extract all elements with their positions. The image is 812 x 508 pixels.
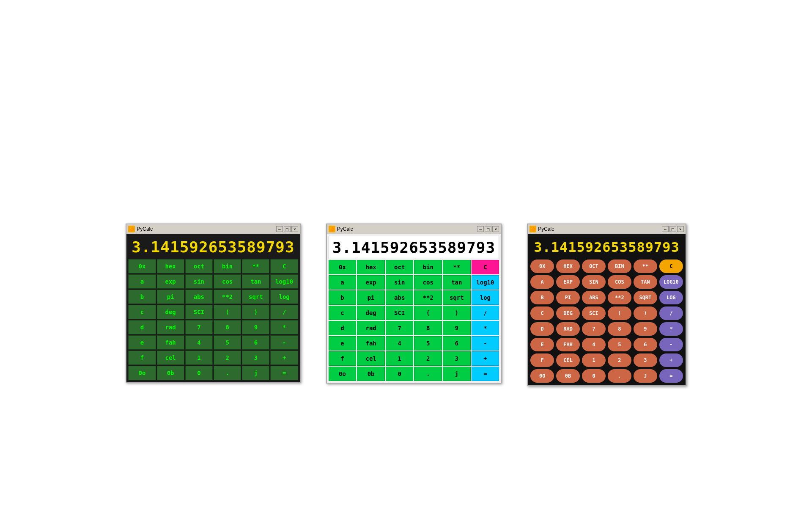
btn1-7[interactable]: 7 bbox=[185, 320, 213, 334]
btn1-0x[interactable]: 0x bbox=[128, 259, 156, 273]
btn3-_[interactable]: = bbox=[659, 369, 683, 383]
btn2-c[interactable]: c bbox=[329, 306, 357, 320]
btn1-_[interactable]: = bbox=[270, 366, 298, 380]
btn3-exp[interactable]: EXP bbox=[556, 275, 580, 289]
close-button-3[interactable]: × bbox=[677, 226, 684, 232]
btn1-b[interactable]: b bbox=[128, 290, 156, 304]
btn1-log[interactable]: log bbox=[270, 290, 298, 304]
btn2-3[interactable]: 3 bbox=[443, 351, 471, 366]
btn1-a[interactable]: a bbox=[128, 274, 156, 289]
btn2-_[interactable]: ) bbox=[443, 306, 471, 320]
btn3-C[interactable]: C bbox=[659, 260, 683, 273]
btn1-rad[interactable]: rad bbox=[157, 320, 184, 334]
btn2-__2[interactable]: **2 bbox=[414, 290, 442, 305]
btn3-log[interactable]: LOG bbox=[659, 291, 683, 304]
btn1-f[interactable]: f bbox=[128, 351, 156, 365]
btn2-log[interactable]: log bbox=[472, 290, 499, 305]
btn3-sin[interactable]: SIN bbox=[582, 275, 606, 289]
btn3-_[interactable]: * bbox=[659, 322, 683, 336]
btn1-_[interactable]: ( bbox=[214, 305, 241, 319]
btn1-_[interactable]: + bbox=[270, 351, 298, 365]
minimize-button-2[interactable]: – bbox=[477, 226, 484, 232]
btn1-0[interactable]: 0 bbox=[185, 366, 213, 380]
btn2-5[interactable]: 5 bbox=[414, 336, 442, 351]
btn1-SCI[interactable]: SCI bbox=[185, 305, 213, 319]
btn3-__2[interactable]: **2 bbox=[608, 291, 631, 304]
btn2-sqrt[interactable]: sqrt bbox=[443, 290, 471, 305]
btn2-tan[interactable]: tan bbox=[443, 275, 471, 290]
btn3-4[interactable]: 4 bbox=[582, 338, 606, 351]
btn3-f[interactable]: F bbox=[530, 353, 554, 367]
btn2-2[interactable]: 2 bbox=[414, 351, 442, 366]
btn2-0x[interactable]: 0x bbox=[329, 260, 357, 274]
btn1-c[interactable]: c bbox=[128, 305, 156, 319]
btn1-_[interactable]: . bbox=[214, 366, 241, 380]
btn3-b[interactable]: B bbox=[530, 291, 554, 304]
close-button-1[interactable]: × bbox=[291, 226, 298, 232]
btn3-tan[interactable]: TAN bbox=[634, 275, 657, 289]
btn3-3[interactable]: 3 bbox=[634, 353, 657, 367]
btn3-pi[interactable]: PI bbox=[556, 291, 580, 304]
btn2-fah[interactable]: fah bbox=[357, 336, 385, 351]
btn1-8[interactable]: 8 bbox=[214, 320, 241, 334]
btn3-d[interactable]: D bbox=[530, 322, 554, 336]
btn1-fah[interactable]: fah bbox=[157, 335, 184, 350]
minimize-button-1[interactable]: – bbox=[276, 226, 283, 232]
btn2-d[interactable]: d bbox=[329, 321, 357, 335]
btn2-exp[interactable]: exp bbox=[357, 275, 385, 290]
btn3-log10[interactable]: LOG10 bbox=[659, 275, 683, 289]
btn1-bin[interactable]: bin bbox=[214, 259, 241, 273]
btn3-0b[interactable]: 0B bbox=[556, 369, 580, 383]
btn2-a[interactable]: a bbox=[329, 275, 357, 290]
btn3-SCI[interactable]: SCI bbox=[582, 306, 606, 320]
btn1-1[interactable]: 1 bbox=[185, 351, 213, 365]
btn1-cel[interactable]: cel bbox=[157, 351, 184, 365]
btn1-0o[interactable]: 0o bbox=[128, 366, 156, 380]
btn2-_[interactable]: ( bbox=[414, 306, 442, 320]
btn3-j[interactable]: J bbox=[634, 369, 657, 383]
btn3-abs[interactable]: ABS bbox=[582, 291, 606, 304]
btn2-0[interactable]: 0 bbox=[386, 367, 414, 381]
btn1-abs[interactable]: abs bbox=[185, 290, 213, 304]
btn2-C[interactable]: C bbox=[472, 260, 499, 274]
btn1-e[interactable]: e bbox=[128, 335, 156, 350]
btn3-1[interactable]: 1 bbox=[582, 353, 606, 367]
btn1-sin[interactable]: sin bbox=[185, 274, 213, 289]
btn1-sqrt[interactable]: sqrt bbox=[242, 290, 269, 304]
close-button-2[interactable]: × bbox=[492, 226, 499, 232]
btn2-b[interactable]: b bbox=[329, 290, 357, 305]
btn3-cos[interactable]: COS bbox=[608, 275, 631, 289]
btn1-oct[interactable]: oct bbox=[185, 259, 213, 273]
btn3-sqrt[interactable]: SQRT bbox=[634, 291, 657, 304]
btn1-_[interactable]: - bbox=[270, 335, 298, 350]
btn3-_[interactable]: + bbox=[659, 353, 683, 367]
btn2-__[interactable]: ** bbox=[443, 260, 471, 274]
btn2-oct[interactable]: oct bbox=[386, 260, 414, 274]
btn1-4[interactable]: 4 bbox=[185, 335, 213, 350]
btn3-_[interactable]: . bbox=[608, 369, 631, 383]
btn2-rad[interactable]: rad bbox=[357, 321, 385, 335]
btn1-5[interactable]: 5 bbox=[214, 335, 241, 350]
btn1-_[interactable]: / bbox=[270, 305, 298, 319]
minimize-button-3[interactable]: – bbox=[662, 226, 669, 232]
btn3-__[interactable]: ** bbox=[634, 260, 657, 273]
maximize-button-3[interactable]: □ bbox=[669, 226, 676, 232]
btn3-5[interactable]: 5 bbox=[608, 338, 631, 351]
btn3-2[interactable]: 2 bbox=[608, 353, 631, 367]
btn1-_[interactable]: * bbox=[270, 320, 298, 334]
btn2-SCI[interactable]: SCI bbox=[386, 306, 414, 320]
btn3-0o[interactable]: 0O bbox=[530, 369, 554, 383]
btn1-3[interactable]: 3 bbox=[242, 351, 269, 365]
btn1-j[interactable]: j bbox=[242, 366, 269, 380]
btn1-hex[interactable]: hex bbox=[157, 259, 184, 273]
btn2-bin[interactable]: bin bbox=[414, 260, 442, 274]
btn3-bin[interactable]: BIN bbox=[608, 260, 631, 273]
btn2-_[interactable]: . bbox=[414, 367, 442, 381]
btn1-exp[interactable]: exp bbox=[157, 274, 184, 289]
btn3-a[interactable]: A bbox=[530, 275, 554, 289]
btn2-0b[interactable]: 0b bbox=[357, 367, 385, 381]
btn1-cos[interactable]: cos bbox=[214, 274, 241, 289]
btn1-tan[interactable]: tan bbox=[242, 274, 269, 289]
btn3-_[interactable]: / bbox=[659, 306, 683, 320]
btn3-c[interactable]: C bbox=[530, 306, 554, 320]
